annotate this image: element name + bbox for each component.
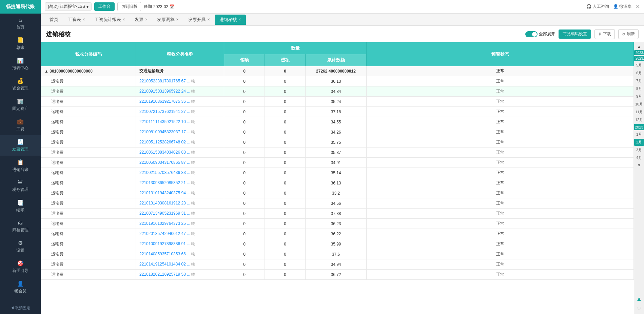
tab-invoice-list[interactable]: 发票 ✕ — [130, 15, 152, 25]
period-display: 账期 2023-02 📅 — [144, 4, 175, 9]
month-jan[interactable]: 1月 — [634, 131, 644, 138]
row-sale: 0 — [224, 178, 265, 188]
month-may[interactable]: 5月 — [634, 62, 644, 69]
row-sale: 0 — [224, 270, 265, 280]
month-jun[interactable]: 6月 — [634, 70, 644, 77]
row-sale: 0 — [224, 86, 265, 97]
sidebar-item-purchase[interactable]: 📋 进销台账 — [0, 156, 41, 176]
row-purchase: 0 — [265, 188, 306, 198]
sidebar-item-archive[interactable]: 🗂 归档管理 — [0, 216, 41, 236]
row-status: 正常 — [367, 86, 634, 97]
row-cumulative: 34.84 — [306, 86, 367, 97]
sidebar-item-ledger[interactable]: 📒 总账 — [0, 34, 41, 54]
month-aug[interactable]: 8月 — [634, 85, 644, 92]
row-sale: 0 — [224, 66, 265, 76]
tab-close-icon[interactable]: ✕ — [176, 18, 179, 21]
row-invoice: 221014191254101434 02 ... 吨 — [136, 259, 224, 270]
row-invoice: 221011111435921522 10 ... 吨 — [136, 117, 224, 127]
tab-close-icon[interactable]: ✕ — [82, 18, 85, 21]
sidebar-item-settlement[interactable]: 📑 结账 — [0, 196, 41, 216]
month-jul[interactable]: 7月 — [634, 77, 644, 84]
company-name: (勿动) 江西报宝-LSS — [48, 4, 85, 9]
tab-invoice-calc[interactable]: 发票测算 ✕ — [152, 15, 183, 25]
row-cumulative: 34.55 — [306, 117, 367, 127]
row-invoice: 221013093652085352 21 ... 吨 — [136, 178, 224, 188]
tab-label: 工资表 — [68, 17, 81, 23]
row-status: 正常 — [367, 117, 634, 127]
user-info[interactable]: 👤 徐泽华 — [613, 4, 631, 9]
heart-icon: ♡ — [637, 305, 641, 313]
row-cumulative: 36.23 — [306, 219, 367, 229]
sidebar-item-label: 税务管理 — [12, 187, 28, 193]
tab-close-icon[interactable]: ✕ — [122, 18, 125, 21]
row-cumulative: 37.18 — [306, 107, 367, 117]
row-code: 运输费 — [41, 76, 136, 86]
row-purchase: 0 — [265, 198, 306, 209]
refresh-button[interactable]: ↻ 刷新 — [618, 29, 639, 39]
table-row: 运输费 221005112528266748 02 ... 吨 0 0 35.7… — [41, 137, 634, 148]
scroll-up-button[interactable]: ▲ — [634, 43, 644, 50]
month-sep[interactable]: 9月 — [634, 93, 644, 100]
capital-icon: 💰 — [17, 78, 24, 84]
sidebar-item-label: 发票管理 — [12, 146, 28, 152]
support-link[interactable]: 🎧 人工咨询 — [586, 4, 609, 9]
expand-toggle-wrapper[interactable]: 全部展开 — [525, 31, 555, 37]
table-row: 运输费 221018202126925719 58 ... 吨 0 0 36.7… — [41, 270, 634, 280]
row-status: 正常 — [367, 249, 634, 259]
tab-payroll-stats[interactable]: 工资统计报表 ✕ — [90, 15, 130, 25]
month-oct[interactable]: 10月 — [634, 101, 644, 108]
calendar-icon[interactable]: 📅 — [170, 4, 175, 9]
sidebar-item-member[interactable]: 👤 畅会员 — [0, 277, 41, 297]
sidebar-item-tax[interactable]: 🏛 税务管理 — [0, 176, 41, 196]
row-purchase: 0 — [265, 270, 306, 280]
row-code: 运输费 — [41, 117, 136, 127]
up-arrow-button[interactable]: ▲ — [636, 294, 642, 304]
row-code: 运输费 — [41, 270, 136, 280]
row-purchase: 0 — [265, 76, 306, 86]
sidebar-item-reports[interactable]: 📊 报表中心 — [0, 54, 41, 74]
tab-close-icon[interactable]: ✕ — [238, 18, 241, 21]
row-invoice: 221013140308161912 23 ... 吨 — [136, 198, 224, 209]
sidebar-item-label: 首页 — [16, 24, 24, 30]
sidebar-item-payroll[interactable]: 💼 工资 — [0, 115, 41, 135]
sidebar-item-assets[interactable]: 🏢 固定资产 — [0, 95, 41, 115]
row-status: 正常 — [367, 168, 634, 178]
row-status: 正常 — [367, 188, 634, 198]
commodity-settings-button[interactable]: 商品编码设置 — [559, 30, 591, 39]
row-code: 运输费 — [41, 168, 136, 178]
workbench-button[interactable]: 工作台 — [94, 2, 115, 11]
month-nov[interactable]: 11月 — [634, 109, 644, 116]
row-sale: 0 — [224, 188, 265, 198]
tab-home[interactable]: 首页 — [45, 15, 63, 25]
download-button[interactable]: ⬇ 下载 — [594, 29, 615, 39]
company-selector[interactable]: (勿动) 江西报宝-LSS ▾ — [45, 2, 92, 11]
tab-reconcile[interactable]: 进销稽核 ✕ — [215, 15, 246, 25]
month-dec[interactable]: 12月 — [634, 116, 644, 123]
expand-toggle[interactable] — [525, 31, 538, 37]
table-row: 运输费 221020135742940012 47 ... 吨 0 0 36.2… — [41, 229, 634, 239]
close-button[interactable]: ✕ — [636, 3, 640, 10]
invoice-icon: 🧾 — [17, 139, 24, 145]
sidebar-item-invoice[interactable]: 🧾 发票管理 — [0, 135, 41, 156]
table-row: 运输费 221013140308161912 23 ... 吨 0 0 34.5… — [41, 198, 634, 209]
sidebar-item-settings[interactable]: ⚙ 设置 — [0, 236, 41, 257]
month-feb[interactable]: 2月 — [634, 139, 644, 146]
row-code: ▲ 3010000000000000000 — [41, 66, 136, 76]
row-cumulative: 35.75 — [306, 137, 367, 148]
month-mar[interactable]: 3月 — [634, 146, 644, 154]
row-invoice: 221007215737621941 27 ... 吨 — [136, 107, 224, 117]
row-invoice: 221005090343170865 87 ... 吨 — [136, 158, 224, 168]
scroll-down-button[interactable]: ▼ — [634, 162, 644, 168]
tab-payroll-table[interactable]: 工资表 ✕ — [63, 15, 90, 25]
row-sale: 0 — [224, 76, 265, 86]
sidebar-item-home[interactable]: ⌂ 首页 — [0, 14, 41, 34]
sidebar-item-capital[interactable]: 💰 资金管理 — [0, 74, 41, 95]
month-apr[interactable]: 4月 — [634, 154, 644, 161]
tab-close-icon[interactable]: ✕ — [207, 18, 210, 21]
tab-close-icon[interactable]: ✕ — [145, 18, 148, 21]
tab-invoice-open[interactable]: 发票开具 ✕ — [183, 15, 215, 25]
switch-version-button[interactable]: 切到旧版 — [117, 2, 141, 11]
sidebar-item-guide[interactable]: 🎯 新手引导 — [0, 257, 41, 277]
sidebar-unpin[interactable]: ◀ 取消固定 — [0, 302, 41, 314]
tax-icon: 🏛 — [18, 179, 23, 185]
